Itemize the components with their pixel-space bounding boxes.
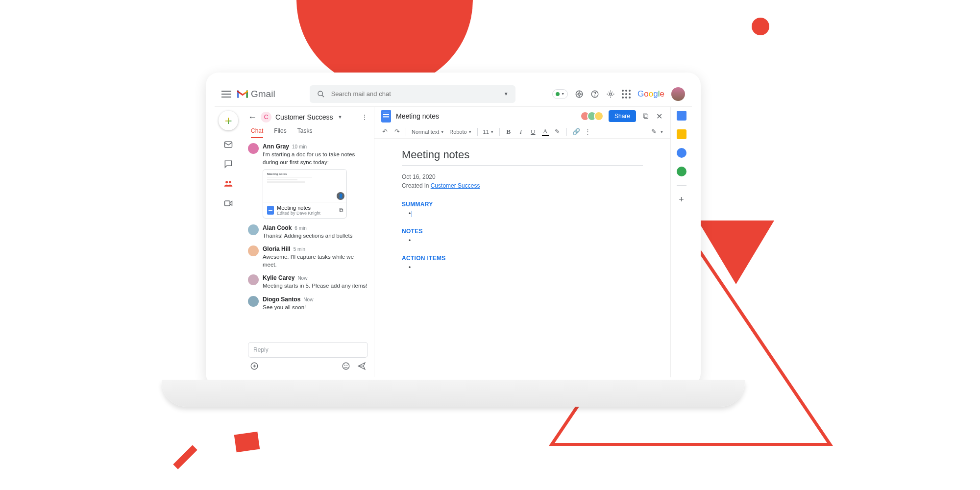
app-header: Gmail ▼ ▼ Google bbox=[215, 81, 692, 107]
compose-button[interactable]: + bbox=[219, 111, 238, 130]
tab-files[interactable]: Files bbox=[274, 127, 286, 138]
room-menu-icon[interactable]: ⋮ bbox=[361, 113, 368, 121]
open-external-icon[interactable]: ⧉ bbox=[641, 112, 650, 121]
svg-point-13 bbox=[229, 181, 231, 183]
link-icon[interactable]: 🔗 bbox=[572, 128, 579, 136]
doc-toolbar: ↶ ↷ Normal text▼ Roboto▼ 11▼ B I U A ✎ 🔗… bbox=[374, 125, 670, 139]
chat-action-bar bbox=[242, 358, 374, 374]
search-bar[interactable]: ▼ bbox=[310, 85, 515, 103]
underline-button[interactable]: U bbox=[530, 128, 537, 136]
open-external-icon[interactable]: ⧉ bbox=[339, 207, 343, 214]
document-panel: Meeting notes Share ⧉ ✕ ↶ ↷ Normal text▼… bbox=[374, 107, 670, 377]
tasks-addon-icon[interactable] bbox=[677, 148, 686, 158]
highlight-icon[interactable]: ✎ bbox=[554, 128, 561, 136]
rooms-icon[interactable] bbox=[223, 178, 234, 189]
mail-icon[interactable] bbox=[223, 139, 234, 150]
section-action-items: ACTION ITEMS • bbox=[402, 255, 643, 271]
send-icon[interactable] bbox=[357, 362, 366, 370]
reply-input[interactable]: Reply bbox=[248, 342, 368, 358]
settings-icon[interactable] bbox=[606, 90, 615, 98]
message-time: Now bbox=[297, 275, 307, 281]
sender-name: Kylie Carey bbox=[263, 274, 294, 281]
avatar bbox=[248, 274, 259, 285]
svg-point-12 bbox=[225, 181, 228, 183]
message-time: 10 min bbox=[292, 144, 307, 149]
add-icon[interactable] bbox=[250, 362, 259, 370]
message-item: Ann Gray10 min I'm starting a doc for us… bbox=[248, 143, 368, 219]
doc-date: Oct 16, 2020 bbox=[402, 172, 643, 181]
laptop-frame: Gmail ▼ ▼ Google + bbox=[206, 73, 701, 386]
chat-header: ← C Customer Success ▼ ⋮ bbox=[242, 110, 374, 124]
docs-icon bbox=[267, 206, 274, 215]
svg-point-3 bbox=[578, 93, 581, 95]
undo-icon[interactable]: ↶ bbox=[381, 128, 388, 136]
doc-created-link[interactable]: Customer Success bbox=[431, 182, 480, 189]
svg-line-1 bbox=[322, 95, 324, 97]
share-button[interactable]: Share bbox=[609, 110, 636, 122]
emoji-icon[interactable] bbox=[342, 362, 350, 370]
deco-triangle-solid bbox=[698, 220, 774, 284]
svg-point-10 bbox=[610, 93, 612, 95]
edit-mode-icon[interactable]: ✎ bbox=[650, 128, 657, 136]
apps-icon[interactable] bbox=[622, 90, 631, 98]
tab-tasks[interactable]: Tasks bbox=[297, 127, 313, 138]
gmail-logo[interactable]: Gmail bbox=[236, 89, 275, 99]
svg-point-19 bbox=[344, 365, 345, 366]
screen: Gmail ▼ ▼ Google + bbox=[215, 81, 692, 377]
collaborator-badge-icon: 👤 bbox=[337, 192, 344, 200]
avatar bbox=[248, 224, 259, 235]
doc-title[interactable]: Meeting notes bbox=[396, 112, 439, 120]
bold-button[interactable]: B bbox=[505, 128, 512, 136]
message-text: I'm starting a doc for us to take notes … bbox=[263, 150, 368, 166]
tab-chat[interactable]: Chat bbox=[251, 127, 263, 138]
more-icon[interactable]: ⋮ bbox=[585, 128, 591, 136]
add-addon-icon[interactable]: + bbox=[679, 195, 684, 205]
back-arrow-icon[interactable]: ← bbox=[248, 112, 257, 122]
chat-icon[interactable] bbox=[223, 159, 234, 170]
message-time: 6 min bbox=[294, 225, 306, 231]
italic-button[interactable]: I bbox=[517, 128, 524, 136]
doc-content[interactable]: Meeting notes Oct 16, 2020 Created in Cu… bbox=[374, 139, 670, 377]
deco-dot bbox=[752, 18, 769, 35]
help-icon[interactable] bbox=[590, 90, 599, 98]
collaborators[interactable] bbox=[583, 111, 604, 121]
redo-icon[interactable]: ↷ bbox=[393, 128, 400, 136]
svg-point-18 bbox=[343, 363, 349, 369]
style-dropdown[interactable]: Normal text▼ bbox=[412, 129, 444, 135]
user-avatar[interactable] bbox=[671, 87, 685, 101]
chat-panel: ← C Customer Success ▼ ⋮ Chat Files Task… bbox=[242, 107, 374, 377]
text-color-icon[interactable]: A bbox=[542, 127, 549, 136]
app-body: + ← C Customer Success ▼ ⋮ Chat Files bbox=[215, 107, 692, 377]
room-avatar: C bbox=[261, 112, 271, 122]
avatar bbox=[248, 143, 259, 154]
doc-attachment-subtitle: Edited by Dave Knight bbox=[277, 211, 320, 216]
doc-attachment[interactable]: Meeting notes 👤 Meeting notes bbox=[263, 169, 347, 219]
side-addons: + bbox=[670, 107, 692, 377]
text-cursor bbox=[412, 211, 412, 217]
support-icon[interactable] bbox=[575, 90, 584, 98]
deco-square bbox=[234, 432, 260, 452]
doc-titlebar: Meeting notes Share ⧉ ✕ bbox=[374, 107, 670, 125]
keep-addon-icon[interactable] bbox=[677, 129, 686, 139]
search-input[interactable] bbox=[331, 90, 498, 98]
font-dropdown[interactable]: Roboto▼ bbox=[449, 129, 471, 135]
svg-point-20 bbox=[347, 365, 347, 366]
message-text: Thanks! Adding sections and bullets bbox=[263, 232, 368, 240]
room-name[interactable]: Customer Success bbox=[275, 113, 333, 121]
calendar-addon-icon[interactable] bbox=[677, 111, 686, 121]
contacts-addon-icon[interactable] bbox=[677, 167, 686, 176]
search-dropdown-icon[interactable]: ▼ bbox=[504, 91, 509, 97]
close-icon[interactable]: ✕ bbox=[655, 112, 663, 121]
message-time: 5 min bbox=[294, 246, 305, 252]
svg-point-9 bbox=[595, 96, 595, 96]
google-logo[interactable]: Google bbox=[637, 89, 664, 99]
status-indicator[interactable]: ▼ bbox=[552, 89, 568, 99]
chat-tabs: Chat Files Tasks bbox=[242, 124, 374, 138]
gmail-m-icon bbox=[236, 89, 249, 99]
sender-name: Ann Gray bbox=[263, 143, 289, 150]
fontsize-dropdown[interactable]: 11▼ bbox=[483, 129, 494, 135]
doc-heading: Meeting notes bbox=[402, 148, 643, 166]
meet-icon[interactable] bbox=[223, 198, 234, 209]
room-dropdown-icon[interactable]: ▼ bbox=[338, 115, 342, 120]
menu-icon[interactable] bbox=[221, 91, 231, 98]
